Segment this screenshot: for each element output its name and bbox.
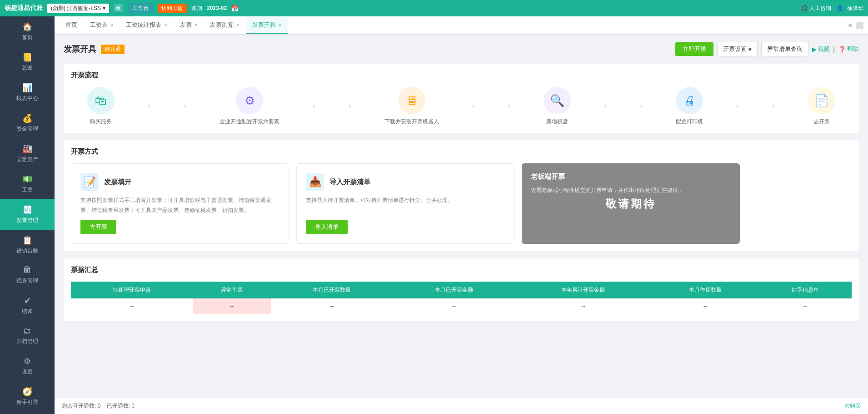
chevron-down-icon: ▾	[103, 5, 105, 11]
printer-label: 配置打印机	[676, 118, 703, 126]
main-layout: 🏠首页📒总账📊报表中心💰资金管理🏭固定资产💵工资🧾发票管理📋进销台账🏛税务管理✔…	[0, 16, 868, 414]
switch-old-version-button[interactable]: 切到旧版	[158, 4, 187, 13]
buy-icon: 🛍	[87, 87, 115, 114]
help-link[interactable]: ❓ 帮助	[838, 45, 859, 53]
maximize-button[interactable]: ⬜	[856, 22, 863, 29]
sidebar-item-assets[interactable]: 🏭固定资产	[0, 138, 55, 169]
summary-header-row: 待处理开票申请 异常单票 本月已开票数量 本月已开票金额 本年累计开票金额 本月…	[71, 282, 852, 298]
method-card-fill: 📝 发票填开 支持按照发票样式手工填写开发票；可开具增值税电子普通发票、增值税普…	[71, 163, 289, 244]
reports-icon: 📊	[22, 83, 32, 93]
sidebar-item-label-ledger: 总账	[22, 64, 33, 72]
funds-icon: 💰	[22, 113, 32, 123]
open-settings-label: 开票设置	[723, 45, 747, 53]
sidebar-item-home[interactable]: 🏠首页	[0, 16, 55, 47]
bottom-stats: 剩余可开通数: 0 已开通数: 0	[62, 402, 135, 410]
assets-icon: 🏭	[22, 144, 32, 154]
tab-close-payroll[interactable]: ×	[110, 22, 113, 28]
sidebar-item-tax[interactable]: 🏛税务管理	[0, 260, 55, 290]
top-bar-right: 🎧 人工咨询 👤 徐泽华	[801, 5, 863, 12]
sidebar-item-wages[interactable]: 💵工资	[0, 169, 55, 199]
taxdisk-label: 新增税盘	[546, 118, 568, 126]
import-list-button[interactable]: 导入清单	[306, 220, 348, 234]
sidebar: 🏠首页📒总账📊报表中心💰资金管理🏭固定资产💵工资🧾发票管理📋进销台账🏛税务管理✔…	[0, 16, 55, 414]
archive-icon: 🗂	[23, 326, 31, 336]
invoice-label: 去开票	[813, 118, 830, 126]
tab-close-payroll-report[interactable]: ×	[164, 22, 167, 28]
sidebar-item-reports[interactable]: 📊报表中心	[0, 77, 55, 108]
tab-close-invoice-list[interactable]: ×	[195, 22, 197, 28]
setup-icon: ⚙	[236, 87, 263, 114]
card2-title: 导入开票清单	[329, 178, 370, 187]
sidebar-item-funds[interactable]: 💰资金管理	[0, 108, 55, 138]
tab-label-payroll: 工资表	[90, 21, 108, 29]
divider: |	[833, 46, 835, 53]
printer-icon: 🖨	[676, 87, 703, 114]
copy-icon[interactable]: ⧉	[114, 4, 123, 12]
arrow-1b: ›	[184, 101, 186, 111]
tab-label-invoice-calc: 发票测算	[210, 21, 234, 29]
tab-controls: ✕⬜	[848, 22, 863, 29]
arrow-5b: ›	[772, 101, 775, 111]
sidebar-item-label-home: 首页	[22, 34, 33, 41]
sidebar-item-settlement[interactable]: ✔结账	[0, 290, 55, 321]
sidebar-item-purchase[interactable]: 📋进销台账	[0, 230, 55, 260]
service-link[interactable]: 🎧 人工咨询	[801, 5, 831, 12]
sidebar-item-label-reports: 报表中心	[16, 95, 38, 102]
tab-invoice-tool[interactable]: 发票开具×	[246, 17, 288, 34]
arrow-2: ›	[313, 101, 315, 111]
card2-header: 📥 导入开票清单	[306, 173, 505, 191]
workstation-button[interactable]: 工作台	[128, 3, 153, 14]
calendar-icon[interactable]: 📅	[231, 5, 239, 12]
sidebar-item-member[interactable]: 👑畅会员	[0, 412, 55, 414]
flow-step-buy[interactable]: 🛍 购买服务	[87, 87, 115, 126]
flow-step-invoice[interactable]: 📄 去开票	[808, 87, 835, 126]
open-now-button[interactable]: 立即开通	[675, 42, 713, 56]
open-settings-button[interactable]: 开票设置 ▾	[717, 42, 758, 56]
card1-title: 发票填开	[104, 178, 131, 187]
flow-section-title: 开票流程	[71, 71, 852, 80]
arrow-4b: ›	[640, 101, 643, 111]
tab-invoice-list[interactable]: 发票×	[174, 17, 204, 34]
flow-step-printer[interactable]: 🖨 配置打印机	[676, 87, 703, 126]
sidebar-item-ledger[interactable]: 📒总账	[0, 47, 55, 77]
buy-link[interactable]: 去购买	[844, 402, 861, 410]
abnormal-query-button[interactable]: 异常清单查询	[761, 42, 808, 56]
tab-payroll[interactable]: 工资表×	[84, 17, 120, 34]
sidebar-item-label-archive: 归档管理	[16, 338, 38, 345]
col-header-pending: 待处理开票申请	[71, 282, 193, 298]
cell-abnormal: --	[193, 298, 271, 314]
sidebar-item-label-funds: 资金管理	[16, 125, 38, 133]
flow-step-download[interactable]: 🖥 下载并安装开票机器人	[384, 87, 439, 126]
goto-invoice-button[interactable]: 去开票	[80, 220, 116, 234]
col-header-month-qty: 本月已开票数量	[271, 282, 393, 298]
page-header: 发票开具 待开通 立即开通 开票设置 ▾ 异常清单查询 ▶ 视频 |	[64, 42, 859, 56]
method-card-import: 📥 导入开票清单 支持导入待开票清单，可对待开票清单进行拆分、合并处理。 导入清…	[296, 163, 514, 244]
settlement-icon: ✔	[24, 296, 31, 306]
close-tab-button[interactable]: ✕	[848, 22, 853, 29]
summary-data-row: -- -- -- -- -- -- --	[71, 298, 852, 314]
tab-label-home: 首页	[65, 21, 77, 29]
card1-icon: 📝	[80, 173, 99, 191]
tab-label-payroll-report: 工资统计报表	[126, 21, 161, 29]
tab-close-invoice-calc[interactable]: ×	[236, 22, 239, 28]
flow-step-setup[interactable]: ⚙ 企业开通配置开票六要素	[219, 87, 279, 126]
tab-home[interactable]: 首页	[59, 17, 84, 34]
sidebar-item-archive[interactable]: 🗂归档管理	[0, 321, 55, 351]
cell-month-qty: --	[271, 298, 393, 314]
tab-payroll-report[interactable]: 工资统计报表×	[120, 17, 173, 34]
taxdisk-icon: 🔍	[544, 87, 571, 114]
tab-close-invoice-tool[interactable]: ×	[279, 22, 281, 28]
username-label: 徐泽华	[847, 5, 863, 12]
arrow-2b: ›	[349, 101, 351, 111]
company-selector[interactable]: (勿删) 江西服宝-LSS ▾	[47, 4, 109, 13]
tab-invoice-calc[interactable]: 发票测算×	[204, 17, 245, 34]
video-icon: ▶	[812, 46, 817, 53]
sidebar-item-guide[interactable]: 🧭新手引导	[0, 381, 55, 412]
sidebar-item-settings[interactable]: ⚙设置	[0, 351, 55, 381]
video-link[interactable]: ▶ 视频	[812, 45, 830, 53]
help-label: 帮助	[847, 45, 859, 53]
user-menu[interactable]: 👤 徐泽华	[837, 5, 863, 12]
card2-desc: 支持导入待开票清单，可对待开票清单进行拆分、合并处理。	[306, 196, 505, 206]
flow-step-taxdisk[interactable]: 🔍 新增税盘	[544, 87, 571, 126]
sidebar-item-invoice[interactable]: 🧾发票管理	[0, 199, 55, 230]
